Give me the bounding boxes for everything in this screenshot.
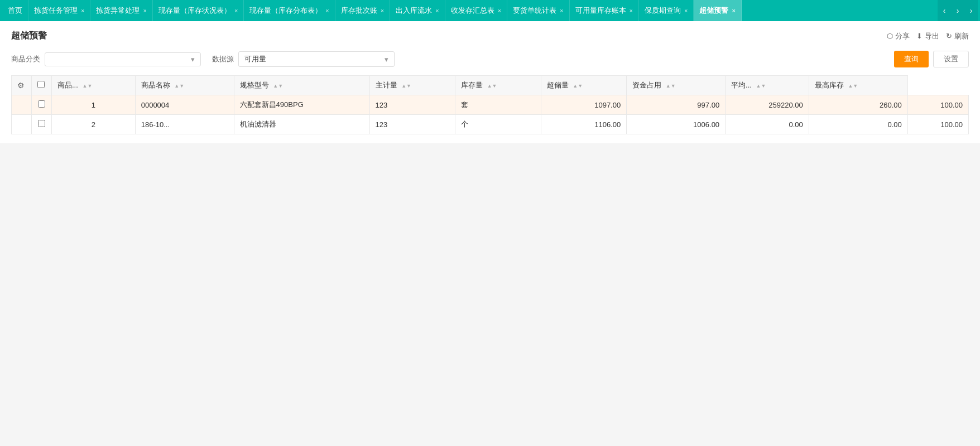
settings-button[interactable]: 设置 [933, 51, 969, 67]
nav-home[interactable]: 首页 [2, 0, 28, 21]
row-checkbox[interactable] [38, 120, 45, 127]
nav-available-stock[interactable]: 可用量库存账本 × [570, 0, 639, 21]
sort-icon[interactable]: ▲▼ [848, 83, 858, 89]
chevron-down-icon: ▾ [191, 55, 195, 64]
row-stock-qty: 1097.00 [541, 95, 627, 115]
close-icon[interactable]: × [143, 7, 146, 14]
close-icon[interactable]: × [81, 7, 84, 14]
col-stock-qty: 库存量 ▲▼ [455, 76, 541, 95]
close-icon[interactable]: × [732, 7, 735, 14]
row-max-stock: 100.00 [907, 95, 968, 115]
row-select-cell [32, 115, 52, 134]
row-over-qty: 1006.00 [627, 115, 726, 134]
page-content: 超储预警 ⬡ 分享 ⬇ 导出 ↻ 刷新 商品分类 ▾ 数据源 [0, 21, 980, 143]
nav-stock-status[interactable]: 现存量（库存状况表） × [153, 0, 244, 21]
data-source-value: 可用量 [244, 54, 266, 64]
table-header-row: ⚙ 商品... ▲▼ 商品名称 ▲▼ 规格型号 ▲▼ 主计 [12, 76, 969, 95]
chevron-down-icon: ▾ [385, 55, 388, 64]
row-capital: 259220.00 [726, 95, 809, 115]
top-navigation: 首页 拣货任务管理 × 拣货异常处理 × 现存量（库存状况表） × 现存量（库存… [0, 0, 980, 21]
close-icon[interactable]: × [234, 7, 238, 14]
nav-receipt-summary[interactable]: 收发存汇总表 × [445, 0, 507, 21]
header-actions: ⬡ 分享 ⬇ 导出 ↻ 刷新 [887, 31, 969, 41]
close-icon[interactable]: × [381, 7, 384, 14]
close-icon[interactable]: × [630, 7, 633, 14]
table-row: 1 0000004 六配套新昌490BPG 123 套 1097.00 997.… [12, 95, 969, 115]
nav-stock-dist[interactable]: 现存量（库存分布表） × [244, 0, 335, 21]
query-button[interactable]: 查询 [894, 51, 929, 67]
select-all-checkbox[interactable] [37, 81, 45, 88]
row-unit: 个 [455, 115, 541, 134]
product-category-select[interactable]: ▾ [45, 52, 201, 66]
close-icon[interactable]: × [325, 7, 329, 14]
product-category-label: 商品分类 [11, 54, 40, 64]
nav-overstock-warning[interactable]: 超储预警 × [694, 0, 741, 21]
nav-picking-exception[interactable]: 拣货异常处理 × [90, 0, 152, 21]
nav-prev-button[interactable]: ‹ [938, 0, 951, 21]
page-title: 超储预警 [11, 30, 47, 42]
nav-arrows: ‹ › › [938, 0, 978, 21]
row-checkbox[interactable] [38, 100, 45, 108]
nav-picking-task[interactable]: 拣货任务管理 × [28, 0, 90, 21]
col-spec: 规格型号 ▲▼ [234, 76, 369, 95]
col-product-code: 商品... ▲▼ [52, 76, 136, 95]
data-source-label: 数据源 [212, 54, 234, 64]
export-button[interactable]: ⬇ 导出 [916, 31, 939, 41]
nav-expiry-query[interactable]: 保质期查询 × [639, 0, 694, 21]
refresh-button[interactable]: ↻ 刷新 [946, 31, 969, 41]
sort-icon[interactable]: ▲▼ [174, 83, 184, 89]
nav-inout-flow[interactable]: 出入库流水 × [390, 0, 445, 21]
export-icon: ⬇ [916, 32, 923, 40]
sort-icon[interactable]: ▲▼ [487, 83, 497, 89]
row-spec: 123 [369, 95, 455, 115]
nav-batch-account[interactable]: 库存批次账 × [335, 0, 390, 21]
row-product-code: 0000004 [135, 95, 234, 115]
share-icon: ⬡ [887, 32, 893, 40]
nav-order-stats[interactable]: 要货单统计表 × [507, 0, 569, 21]
row-settings-cell [12, 95, 32, 115]
col-avg: 平均... ▲▼ [726, 76, 809, 95]
refresh-icon: ↻ [946, 32, 952, 40]
product-category-filter: 商品分类 ▾ [11, 52, 201, 66]
data-source-filter: 数据源 可用量 ▾ [212, 51, 395, 67]
page-header: 超储预警 ⬡ 分享 ⬇ 导出 ↻ 刷新 [11, 30, 969, 42]
row-avg: 260.00 [809, 95, 907, 115]
sort-icon[interactable]: ▲▼ [401, 83, 411, 89]
nav-more-button[interactable]: › [964, 0, 978, 21]
sort-icon[interactable]: ▲▼ [756, 83, 766, 89]
close-icon[interactable]: × [560, 7, 563, 14]
row-capital: 0.00 [726, 115, 809, 134]
row-number: 1 [52, 95, 136, 115]
row-product-name: 机油滤清器 [234, 115, 369, 134]
col-product-name: 商品名称 ▲▼ [135, 76, 234, 95]
data-table: ⚙ 商品... ▲▼ 商品名称 ▲▼ 规格型号 ▲▼ 主计 [11, 75, 969, 134]
close-icon[interactable]: × [435, 7, 439, 14]
col-select-all [32, 76, 52, 95]
row-over-qty: 997.00 [627, 95, 726, 115]
sort-icon[interactable]: ▲▼ [666, 83, 676, 89]
column-settings-button[interactable]: ⚙ [17, 81, 25, 90]
filter-actions: 查询 设置 [894, 51, 969, 67]
data-source-select[interactable]: 可用量 ▾ [238, 51, 395, 67]
row-settings-cell [12, 115, 32, 134]
row-product-code: 186-10... [135, 115, 234, 134]
close-icon[interactable]: × [684, 7, 688, 14]
row-unit: 套 [455, 95, 541, 115]
share-button[interactable]: ⬡ 分享 [887, 31, 910, 41]
filter-row: 商品分类 ▾ 数据源 可用量 ▾ 查询 设置 [11, 51, 969, 67]
col-max-stock: 最高库存 ▲▼ [809, 76, 907, 95]
row-select-cell [32, 95, 52, 115]
sort-icon[interactable]: ▲▼ [573, 83, 583, 89]
sort-icon[interactable]: ▲▼ [82, 83, 92, 89]
sort-icon[interactable]: ▲▼ [273, 83, 283, 89]
table-row: 2 186-10... 机油滤清器 123 个 1106.00 1006.00 … [12, 115, 969, 134]
nav-next-button[interactable]: › [951, 0, 964, 21]
close-icon[interactable]: × [498, 7, 501, 14]
row-number: 2 [52, 115, 136, 134]
col-over-qty: 超储量 ▲▼ [541, 76, 627, 95]
row-product-name: 六配套新昌490BPG [234, 95, 369, 115]
row-max-stock: 100.00 [907, 115, 968, 134]
col-settings: ⚙ [12, 76, 32, 95]
row-spec: 123 [369, 115, 455, 134]
col-capital: 资金占用 ▲▼ [627, 76, 726, 95]
